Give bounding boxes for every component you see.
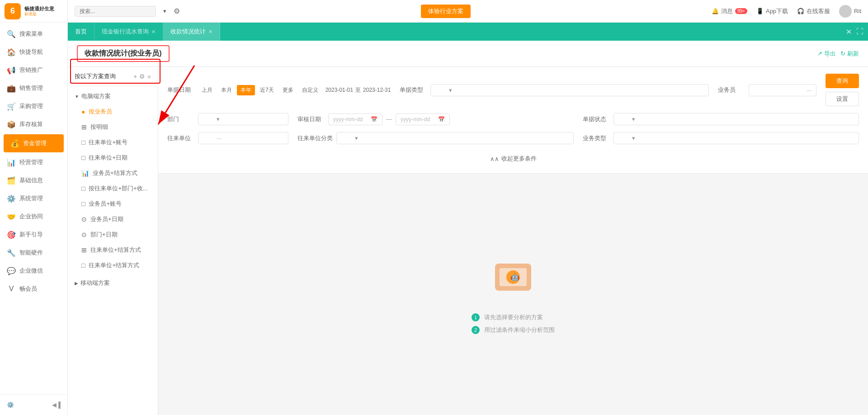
review-date-label: 审核日期 — [297, 115, 325, 123]
scheme-item-salesman-account[interactable]: □ 业务员+账号 — [68, 196, 158, 212]
tab-home[interactable]: 首页 — [68, 23, 94, 41]
salesman-select[interactable]: ··· — [749, 84, 816, 96]
scheme-item-salesman-settlement[interactable]: 📊 业务员+结算方式 — [68, 165, 158, 181]
empty-steps: 1 请先选择要分析的方案 2 用过滤条件来缩小分析范围 — [472, 313, 555, 339]
settings-button[interactable]: 设置 — [826, 92, 859, 106]
table-icon-1: □ — [81, 139, 85, 146]
svg-text:🤖: 🤖 — [510, 273, 519, 281]
scheme-panel-actions: + ⚙ « — [133, 73, 151, 80]
date-btn-more[interactable]: 更多 — [279, 85, 297, 95]
empty-state-area: 🤖 1 请先选择要分析的方案 2 用过滤条件来缩小分析范围 — [158, 174, 868, 415]
refresh-icon: ↻ — [840, 50, 845, 57]
sidebar-nav: 🔍 搜索菜单 🏠 快捷导航 📢 营销推广 💼 销售管理 🛒 采购管理 📦 — [0, 23, 67, 394]
header-center: 体验行业方案 — [421, 5, 471, 18]
scheme-item-partner-settlement-1[interactable]: ⊞ 往来单位+结算方式 — [68, 242, 158, 258]
sidebar-item-member[interactable]: V 畅会员 — [0, 280, 67, 298]
scheme-group-mobile-header[interactable]: ▶ 移动端方案 — [68, 275, 158, 291]
scheme-item-partner-dept[interactable]: □ 按往来单位+部门+收... — [68, 181, 158, 196]
salesman-label: 业务员 — [718, 86, 745, 94]
sidebar-item-system[interactable]: ⚙️ 系统管理 — [0, 189, 67, 208]
scheme-group-desktop-header[interactable]: ▼ 电脑端方案 — [68, 89, 158, 104]
header-dropdown-icon[interactable]: ▾ — [160, 7, 169, 15]
tab-bar-right: ✕ ⛶ — [841, 23, 868, 41]
date-btn-last-month[interactable]: 上月 — [198, 85, 216, 95]
review-date-to[interactable]: yyyy-mm-dd 📅 — [396, 113, 450, 125]
online-service-btn[interactable]: 🎧 在线客服 — [797, 7, 830, 15]
header-left: ▾ ⚙ — [75, 6, 180, 17]
partner-block: 往来单位 ··· — [167, 132, 288, 144]
sidebar-item-enterprise[interactable]: 🤝 企业协同 — [0, 208, 67, 226]
date-btn-this-year[interactable]: 本年 — [237, 85, 255, 95]
date-btn-7days[interactable]: 近7天 — [256, 85, 278, 95]
finance-icon: 💰 — [10, 139, 19, 148]
business-type-select[interactable]: ▾ — [613, 132, 859, 144]
scheme-group-desktop: ▼ 电脑端方案 ● 按业务员 ⊞ 按明细 □ 往 — [68, 89, 158, 273]
tab-bank-flow[interactable]: 现金银行流水查询 ✕ — [94, 23, 163, 41]
scheme-collapse-btn[interactable]: « — [147, 73, 151, 80]
dept-select[interactable]: ▾ — [198, 113, 288, 125]
sidebar-item-inventory[interactable]: 📦 库存核算 — [0, 115, 67, 133]
record-type-arrow: ▾ — [449, 87, 452, 94]
sidebar-item-quick-nav[interactable]: 🏠 快捷导航 — [0, 43, 67, 61]
search-icon: 🔍 — [7, 29, 16, 38]
scheme-item-dept-date[interactable]: ⊙ 部门+日期 — [68, 227, 158, 242]
record-type-select[interactable]: ▾ — [430, 84, 709, 96]
user-menu[interactable]: Rit — [839, 5, 861, 18]
purchase-icon: 🛒 — [7, 102, 16, 111]
record-status-label: 单据状态 — [583, 115, 610, 123]
collapse-button[interactable]: ∧∧ 收起更多条件 — [486, 151, 540, 166]
partner-more-icon: ··· — [217, 135, 222, 141]
table-icon-3: □ — [81, 185, 85, 192]
sidebar-collapse-btn[interactable]: ◀▐ — [50, 399, 63, 410]
sidebar-item-finance[interactable]: 💰 资金管理 — [4, 134, 64, 152]
tab-receipt-stats-close[interactable]: ✕ — [208, 29, 212, 35]
hardware-icon: 🔧 — [7, 248, 16, 257]
sidebar-settings-btn[interactable]: ⚙️ — [5, 399, 16, 410]
sidebar-item-business[interactable]: 📊 经营管理 — [0, 153, 67, 171]
grid-icon-2: ⊞ — [81, 246, 87, 254]
tab-maximize-icon[interactable]: ⛶ — [856, 28, 863, 36]
scheme-item-salesman-date[interactable]: ⊙ 业务员+日期 — [68, 212, 158, 227]
sidebar-item-marketing[interactable]: 📢 营销推广 — [0, 61, 67, 79]
notifications-badge: 99+ — [735, 8, 747, 14]
query-button[interactable]: 查询 — [826, 74, 859, 88]
sidebar-item-purchase[interactable]: 🛒 采购管理 — [0, 97, 67, 115]
sidebar-item-sales[interactable]: 💼 销售管理 — [0, 79, 67, 97]
sidebar-item-wechat[interactable]: 💬 企业微信 — [0, 262, 67, 280]
scheme-settings-btn[interactable]: ⚙ — [139, 73, 145, 80]
scheme-item-partner-settlement-2[interactable]: □ 往来单位+结算方式 — [68, 258, 158, 273]
date-btn-this-month[interactable]: 本月 — [217, 85, 236, 95]
record-type-block: 单据类型 ▾ — [400, 84, 709, 96]
sidebar-item-guide[interactable]: 🎯 新手引导 — [0, 226, 67, 244]
date-btn-custom[interactable]: 自定义 — [298, 85, 322, 95]
review-date-from[interactable]: yyyy-mm-dd 📅 — [328, 113, 382, 125]
sidebar-item-search-menu[interactable]: 🔍 搜索菜单 — [0, 25, 67, 43]
record-status-select[interactable]: ▾ — [613, 113, 859, 125]
scheme-item-partner-account[interactable]: □ 往来单位+账号 — [68, 135, 158, 150]
trial-button[interactable]: 体验行业方案 — [421, 5, 471, 18]
header-settings-icon[interactable]: ⚙ — [174, 7, 180, 15]
scheme-add-btn[interactable]: + — [133, 73, 137, 80]
sidebar-item-base-info[interactable]: 🗂️ 基础信息 — [0, 171, 67, 189]
sidebar-item-hardware[interactable]: 🔧 智能硬件 — [0, 244, 67, 262]
tab-close-all-icon[interactable]: ✕ — [846, 28, 852, 36]
record-type-label: 单据类型 — [400, 86, 427, 94]
notifications-btn[interactable]: 🔔 消息 99+ — [712, 7, 747, 15]
scheme-item-detail[interactable]: ⊞ 按明细 — [68, 119, 158, 135]
breadcrumb-search[interactable] — [75, 6, 156, 17]
export-btn[interactable]: ↗ 导出 — [817, 50, 836, 58]
scheme-item-salesman[interactable]: ● 按业务员 — [68, 104, 158, 119]
business-icon: 📊 — [7, 158, 16, 167]
filter-area: 单据日期 上月 本月 本年 近7天 更多 自定义 — [158, 67, 868, 174]
tab-bank-flow-close[interactable]: ✕ — [151, 29, 156, 35]
refresh-btn[interactable]: ↻ 刷新 — [840, 50, 859, 58]
filter-actions: 查询 设置 — [826, 74, 859, 106]
dept-label: 部门 — [167, 115, 194, 123]
partner-category-select[interactable]: ▾ — [336, 132, 574, 144]
partner-select[interactable]: ··· — [198, 132, 288, 144]
app-download-btn[interactable]: 📱 App下载 — [756, 7, 788, 15]
chart-icon: 📊 — [81, 170, 89, 177]
tab-receipt-stats[interactable]: 收款情况统计 ✕ — [163, 23, 220, 41]
wechat-icon: 💬 — [7, 266, 16, 275]
scheme-item-partner-date[interactable]: □ 往来单位+日期 — [68, 150, 158, 165]
